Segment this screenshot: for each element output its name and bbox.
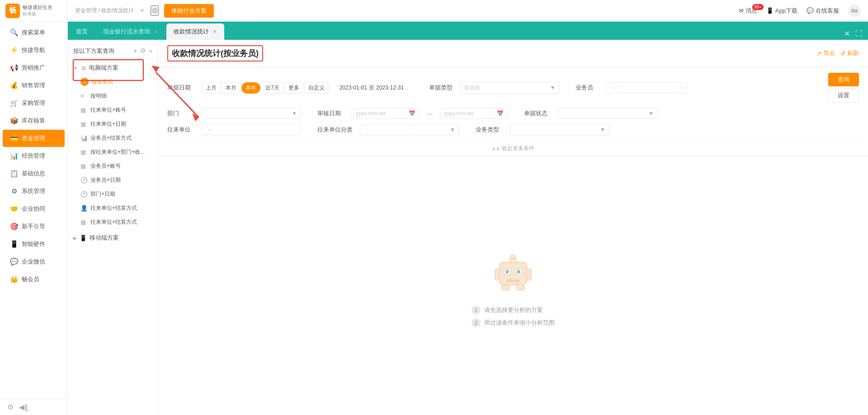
audit-date-from[interactable]: yyyy-mm-dd 📅 (352, 108, 420, 119)
page-title-bar: 收款情况统计(按业务员) ↗ 导出 ↺ 刷新 (158, 40, 868, 67)
scheme-item-salesman-settle[interactable]: 📊 业务员+结算方式 (68, 131, 158, 145)
user-avatar[interactable]: Rit (848, 5, 861, 17)
panel-add-button[interactable]: + (133, 47, 137, 55)
sidebar-item-member[interactable]: 👑 畅会员 (3, 271, 65, 288)
wechat-icon: 💬 (10, 258, 18, 266)
tab-receipt-stats-close[interactable]: ✕ (212, 28, 217, 35)
counterpart-more-icon[interactable]: ··· (208, 127, 212, 133)
dept-label: 部门 (167, 109, 194, 118)
tab-bank-flow-close[interactable]: ✕ (154, 28, 158, 35)
refresh-button[interactable]: ↺ 刷新 (840, 49, 859, 57)
audit-date-dash: — (427, 110, 433, 117)
app-download-icon: 📱 (766, 7, 774, 14)
empty-hint-1: 1 请先选择要分析的方案 (472, 306, 555, 315)
filter-row-1: 单据日期 上月 本月 本年 近7天 更多 自定义 2023-01-01 至 20… (167, 73, 859, 103)
maximize-tab-icon[interactable]: ⛶ (854, 28, 864, 40)
settings-bottom-icon[interactable]: ⚙ (7, 403, 14, 411)
salesman-arrow-icon: ··· (679, 85, 684, 91)
main-area: 资金管理 / 收款情况统计 ▼ ⚙ 体验行业方案 ✉ 消息 99+ 📱 App下… (68, 0, 868, 415)
date-btn-more[interactable]: 更多 (284, 82, 303, 94)
sidebar-item-operations[interactable]: 📊 经营管理 (3, 147, 65, 165)
tab-receipt-stats[interactable]: 收款情况统计 ✕ (166, 24, 224, 40)
scheme-item-salesman-account[interactable]: ▦ 业务员+账号 (68, 159, 158, 173)
sidebar-item-wechat[interactable]: 💬 企业微信 (3, 253, 65, 270)
collapse-filter-button[interactable]: ∧∧ 收起更多条件 (167, 141, 859, 156)
tab-bank-flow[interactable]: 现金银行流水查询 ✕ (96, 24, 165, 40)
doc-type-select[interactable]: 请选择 ▼ (460, 82, 559, 94)
salesman-more-icon[interactable]: ··· (612, 85, 617, 91)
quick-nav-icon: ⚡ (10, 46, 18, 54)
sidebar-item-quick-nav[interactable]: ⚡ 快捷导航 (3, 42, 65, 59)
scheme-item-counterpart-date[interactable]: ▦ 往来单位+日期 (68, 117, 158, 131)
sidebar-item-search-menu[interactable]: 🔍 搜索菜单 (3, 24, 65, 41)
doc-status-select[interactable]: ▼ (558, 108, 658, 119)
empty-state-area: 1 请先选择要分析的方案 2 用过滤条件来缩小分析范围 (158, 156, 868, 415)
left-panel: 按以下方案查询 + ⚙ « ▼ 🖥 电脑端方案 人 按业务员 (68, 40, 158, 415)
settings-icon-button[interactable]: ⚙ (151, 5, 159, 16)
sidebar: 畅 畅捷通好生意 标准版 🔍 搜索菜单 ⚡ 快捷导航 📢 营销推广 💰 销售管理… (0, 0, 68, 415)
scheme-item-by-salesman[interactable]: 人 按业务员 (68, 75, 158, 89)
svg-point-3 (505, 270, 509, 274)
scheme-group-desktop: ▼ 🖥 电脑端方案 人 按业务员 ≡ 按明细 ▦ 往来单位+账号 (68, 61, 158, 229)
scheme-group-mobile-header[interactable]: ▶ 📱 移动端方案 (68, 231, 158, 245)
counterpart-category-select[interactable]: ▼ (360, 124, 459, 135)
sidebar-item-enterprise[interactable]: 🤝 企业协同 (3, 200, 65, 217)
dept-arrow-icon: ▼ (292, 110, 297, 117)
audit-date-label: 审核日期 (317, 109, 344, 118)
table2-icon: ▦ (80, 121, 88, 127)
inventory-icon: 📦 (10, 117, 18, 125)
counterpart-select[interactable]: ··· (202, 124, 301, 135)
sidebar-item-beginner[interactable]: 🎯 新手引导 (3, 218, 65, 235)
export-button[interactable]: ↗ 导出 (816, 49, 835, 57)
mobile-group-icon: 📱 (80, 235, 87, 241)
app-download-button[interactable]: 📱 App下载 (766, 7, 797, 15)
panel-collapse-button[interactable]: « (149, 47, 152, 55)
doc-status-arrow-icon: ▼ (648, 110, 654, 117)
sidebar-item-smart-hw[interactable]: 📱 智能硬件 (3, 236, 65, 253)
sidebar-item-basic-info[interactable]: 📋 基础信息 (3, 165, 65, 182)
sidebar-item-finance[interactable]: 💳 资金管理 (3, 130, 65, 147)
date-btn-last-month[interactable]: 上月 (202, 82, 221, 94)
date-divider: 至 (369, 84, 374, 92)
date-btn-this-year[interactable]: 本年 (241, 82, 260, 94)
refresh-icon: ↺ (840, 50, 845, 57)
panel-settings-button[interactable]: ⚙ (140, 47, 146, 55)
scheme-item-salesman-date[interactable]: 🕐 业务员+日期 (68, 173, 158, 187)
messages-button[interactable]: ✉ 消息 99+ (739, 7, 757, 15)
scheme-item-counterpart-account[interactable]: ▦ 往来单位+账号 (68, 103, 158, 117)
dept-select[interactable]: ▼ (202, 108, 301, 119)
sidebar-item-inventory[interactable]: 📦 库存核算 (3, 112, 65, 129)
scheme-group-desktop-header[interactable]: ▼ 🖥 电脑端方案 (68, 61, 158, 75)
table-icon: ▦ (80, 107, 88, 113)
sidebar-item-sales[interactable]: 💰 销售管理 (3, 77, 65, 94)
svg-point-7 (511, 255, 515, 259)
scheme-item-counterpart-settle1[interactable]: 👤 往来单位+结算方式 (68, 201, 158, 215)
biz-type-select[interactable]: ▼ (510, 124, 609, 135)
finance-icon: 💳 (10, 134, 18, 142)
date-btn-custom[interactable]: 自定义 (304, 82, 329, 94)
collapse-sidebar-icon[interactable]: ◀‖ (19, 403, 28, 411)
scheme-item-counterpart-settle2[interactable]: ▦ 往来单位+结算方式 (68, 215, 158, 229)
online-service-button[interactable]: 💬 在线客服 (807, 7, 839, 15)
sidebar-item-marketing[interactable]: 📢 营销推广 (3, 59, 65, 76)
settings-button[interactable]: 设置 (828, 88, 859, 103)
filter-actions: 查询 设置 (828, 73, 859, 103)
trial-button[interactable]: 体验行业方案 (164, 4, 214, 18)
query-button[interactable]: 查询 (828, 73, 859, 86)
hint-number-2: 2 (472, 318, 481, 327)
audit-date-to[interactable]: yyyy-mm-dd 📅 (440, 108, 508, 119)
close-tab-icon[interactable]: ✕ (842, 28, 852, 40)
scheme-item-counterpart-dept[interactable]: ▦ 按往来单位+部门+收... (68, 145, 158, 159)
page-title: 收款情况统计(按业务员) (167, 45, 263, 61)
scheme-item-dept-date[interactable]: 🕐 部门+日期 (68, 187, 158, 201)
date-btn-7days[interactable]: 近7天 (261, 82, 283, 94)
clock2-icon: 🕐 (80, 191, 88, 198)
sidebar-item-purchase[interactable]: 🛒 采购管理 (3, 94, 65, 112)
sidebar-item-system[interactable]: ⚙ 系统管理 (3, 183, 65, 200)
svg-rect-5 (506, 279, 520, 282)
date-btn-this-month[interactable]: 本月 (222, 82, 241, 94)
tab-home[interactable]: 首页 (69, 24, 95, 40)
salesman-select[interactable]: ··· ··· (606, 82, 688, 93)
date-buttons: 上月 本月 本年 近7天 更多 自定义 (202, 82, 329, 94)
scheme-item-by-detail[interactable]: ≡ 按明细 (68, 89, 158, 103)
